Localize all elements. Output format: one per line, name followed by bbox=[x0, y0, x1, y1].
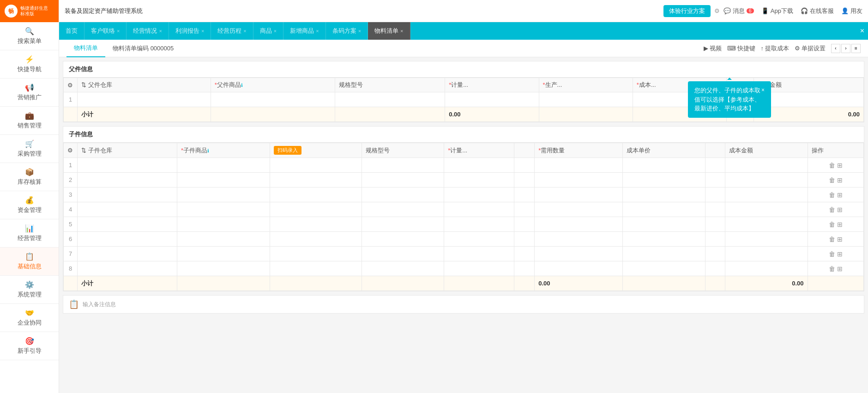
sidebar-item-operations[interactable]: 📊 经营管理 bbox=[0, 219, 59, 248]
child-spec-7[interactable] bbox=[362, 247, 444, 261]
child-qty-unit-8[interactable] bbox=[444, 261, 514, 276]
tab-profit-close[interactable]: × bbox=[201, 28, 204, 34]
child-unit-cost-7[interactable] bbox=[623, 247, 705, 261]
tab-bom[interactable]: 物料清单 × bbox=[368, 22, 410, 40]
tab-product[interactable]: 商品 × bbox=[253, 22, 283, 40]
child-product-5[interactable] bbox=[177, 217, 270, 232]
tab-history[interactable]: 经营历程 × bbox=[211, 22, 253, 40]
child-warehouse-6[interactable] bbox=[78, 232, 177, 247]
user-btn[interactable]: 👤 用友 bbox=[841, 7, 862, 15]
sidebar-item-marketing[interactable]: 📢 营销推广 bbox=[0, 79, 59, 107]
child-copy-1[interactable]: ⊞ bbox=[837, 162, 843, 169]
child-spec-8[interactable] bbox=[362, 261, 444, 276]
child-qty-unit-3[interactable] bbox=[444, 187, 514, 202]
sidebar-item-quicknav[interactable]: ⚡ 快捷导航 bbox=[0, 50, 59, 79]
child-spec-5[interactable] bbox=[362, 217, 444, 232]
subtab-bom-list[interactable]: 物料清单 bbox=[66, 40, 105, 57]
child-needed-qty-6[interactable] bbox=[535, 232, 623, 247]
sidebar-item-basic-info[interactable]: 📋 基础信息 bbox=[0, 248, 59, 276]
child-amount-4[interactable] bbox=[725, 202, 808, 217]
child-qty-unit-6[interactable] bbox=[444, 232, 514, 247]
nav-menu[interactable]: ≡ bbox=[851, 44, 861, 53]
scan-btn[interactable]: 扫码录入 bbox=[274, 146, 301, 155]
child-unit-cost-5[interactable] bbox=[623, 217, 705, 232]
tab-bom-close[interactable]: × bbox=[400, 28, 403, 34]
child-unit-cost-3[interactable] bbox=[623, 187, 705, 202]
parent-cell-warehouse-1[interactable] bbox=[78, 92, 211, 107]
sidebar-item-purchase[interactable]: 🛒 采购管理 bbox=[0, 135, 59, 163]
child-spec-4[interactable] bbox=[362, 202, 444, 217]
tab-profit[interactable]: 利润报告 × bbox=[169, 22, 211, 40]
messages-btn[interactable]: 💬 消息 6 bbox=[723, 7, 754, 15]
child-copy-6[interactable]: ⊞ bbox=[837, 236, 843, 243]
tab-business-close[interactable]: × bbox=[159, 28, 162, 34]
tab-product-close[interactable]: × bbox=[274, 28, 277, 34]
online-service-btn[interactable]: 🎧 在线客服 bbox=[801, 7, 834, 15]
child-needed-qty-8[interactable] bbox=[535, 261, 623, 276]
child-warehouse-7[interactable] bbox=[78, 247, 177, 261]
parent-cell-produce-1[interactable] bbox=[539, 92, 633, 107]
child-delete-3[interactable]: 🗑 bbox=[829, 191, 835, 199]
child-delete-2[interactable]: 🗑 bbox=[829, 176, 835, 184]
child-amount-6[interactable] bbox=[725, 232, 808, 247]
tab-new-product[interactable]: 新增商品 × bbox=[283, 22, 326, 40]
action-extract-cost[interactable]: ↑ 提取成本 bbox=[761, 44, 790, 53]
child-product-1[interactable] bbox=[177, 158, 270, 173]
nav-next[interactable]: › bbox=[841, 44, 850, 53]
child-warehouse-2[interactable] bbox=[78, 173, 177, 187]
child-warehouse-1[interactable] bbox=[78, 158, 177, 173]
child-copy-7[interactable]: ⊞ bbox=[837, 250, 843, 258]
child-unit-cost-6[interactable] bbox=[623, 232, 705, 247]
experience-btn[interactable]: 体验行业方案 bbox=[663, 5, 711, 17]
action-doc-settings[interactable]: ⚙ 单据设置 bbox=[795, 44, 826, 53]
child-copy-3[interactable]: ⊞ bbox=[837, 191, 843, 199]
child-needed-qty-7[interactable] bbox=[535, 247, 623, 261]
action-shortcut[interactable]: ⌨ 快捷键 bbox=[727, 44, 755, 53]
child-unit-cost-8[interactable] bbox=[623, 261, 705, 276]
sidebar-item-search[interactable]: 🔍 搜索菜单 bbox=[0, 22, 59, 50]
tab-new-product-close[interactable]: × bbox=[316, 28, 319, 34]
child-copy-2[interactable]: ⊞ bbox=[837, 176, 843, 184]
child-delete-8[interactable]: 🗑 bbox=[829, 265, 835, 272]
child-delete-4[interactable]: 🗑 bbox=[829, 206, 835, 213]
child-unit-cost-4[interactable] bbox=[623, 202, 705, 217]
tooltip-close[interactable]: × bbox=[761, 86, 765, 94]
tab-customer-close[interactable]: × bbox=[117, 28, 120, 34]
app-download-btn[interactable]: 📱 App下载 bbox=[761, 7, 793, 15]
child-needed-qty-3[interactable] bbox=[535, 187, 623, 202]
parent-cell-qty-1[interactable] bbox=[445, 92, 539, 107]
sidebar-item-finance[interactable]: 💰 资金管理 bbox=[0, 191, 59, 219]
child-product-2[interactable] bbox=[177, 173, 270, 187]
child-amount-8[interactable] bbox=[725, 261, 808, 276]
child-qty-unit-5[interactable] bbox=[444, 217, 514, 232]
child-product-4[interactable] bbox=[177, 202, 270, 217]
child-qty-unit-2[interactable] bbox=[444, 173, 514, 187]
child-needed-qty-2[interactable] bbox=[535, 173, 623, 187]
tab-history-close[interactable]: × bbox=[243, 28, 246, 34]
child-spec-6[interactable] bbox=[362, 232, 444, 247]
nav-prev[interactable]: ‹ bbox=[831, 44, 840, 53]
child-unit-cost-1[interactable] bbox=[623, 158, 705, 173]
action-video[interactable]: ▶ 视频 bbox=[704, 44, 722, 53]
child-delete-7[interactable]: 🗑 bbox=[829, 250, 835, 258]
close-all-tabs[interactable]: × bbox=[860, 27, 864, 35]
child-delete-1[interactable]: 🗑 bbox=[829, 162, 835, 169]
sidebar-item-guide[interactable]: 🎯 新手引导 bbox=[0, 332, 59, 360]
child-warehouse-8[interactable] bbox=[78, 261, 177, 276]
child-needed-qty-1[interactable] bbox=[535, 158, 623, 173]
child-spec-1[interactable] bbox=[362, 158, 444, 173]
child-amount-5[interactable] bbox=[725, 217, 808, 232]
child-amount-7[interactable] bbox=[725, 247, 808, 261]
child-copy-8[interactable]: ⊞ bbox=[837, 265, 843, 272]
child-delete-6[interactable]: 🗑 bbox=[829, 236, 835, 243]
child-delete-5[interactable]: 🗑 bbox=[829, 221, 835, 228]
child-amount-3[interactable] bbox=[725, 187, 808, 202]
child-product-6[interactable] bbox=[177, 232, 270, 247]
child-qty-unit-7[interactable] bbox=[444, 247, 514, 261]
tab-barcode-close[interactable]: × bbox=[358, 28, 361, 34]
child-qty-unit-1[interactable] bbox=[444, 158, 514, 173]
tab-business[interactable]: 经营情况 × bbox=[127, 22, 169, 40]
child-spec-2[interactable] bbox=[362, 173, 444, 187]
child-spec-3[interactable] bbox=[362, 187, 444, 202]
child-needed-qty-4[interactable] bbox=[535, 202, 623, 217]
